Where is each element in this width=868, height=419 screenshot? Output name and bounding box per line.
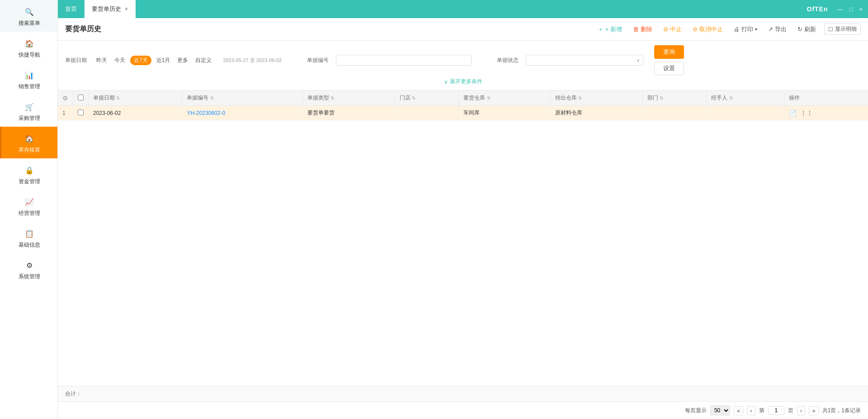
system-icon: ⚙ [24, 260, 35, 271]
sidebar-item-label: 系统管理 [19, 273, 40, 281]
filter-row-1: 单据日期 昨天 今天 近7天 近1月 更多 自定义 2023-05-27 至 2… [65, 45, 861, 75]
select-all-checkbox[interactable] [78, 95, 84, 100]
new-button[interactable]: ＋ + 新增 [595, 24, 625, 35]
refresh-icon: ↻ [797, 26, 802, 33]
col-handler: 经手人 ⇅ [707, 90, 784, 106]
sort-handler-icon[interactable]: ⇅ [729, 95, 733, 100]
tab-home[interactable]: 首页 [58, 0, 85, 18]
row-docno-cell: YH-20230602-0 [182, 106, 302, 120]
last-page-button[interactable]: » [809, 406, 818, 415]
more-action-icon[interactable]: ⋮⋮ [800, 110, 813, 117]
page-size-select[interactable]: 50 [710, 405, 730, 415]
sidebar-item-label: 快捷导航 [19, 51, 40, 59]
doc-no-label: 单据编号 [307, 57, 329, 64]
sidebar-item-purchase[interactable]: 🛒 采购管理 [0, 95, 57, 127]
col-store: 门店 ⇅ [395, 90, 459, 106]
data-table: ⚙ 单据日期 ⇅ 单据编号 ⇅ [58, 90, 868, 120]
page-title: 要货单历史 [65, 24, 101, 34]
window-minimize-button[interactable]: — [837, 6, 843, 13]
total-info: 共1页，1条记录 [822, 407, 861, 414]
col-department: 部门 ⇅ [642, 90, 707, 106]
row-dept-cell [642, 106, 707, 120]
table-header-row: ⚙ 单据日期 ⇅ 单据编号 ⇅ [58, 90, 868, 106]
summary-bar: 合计： [58, 386, 868, 401]
next-page-button[interactable]: › [797, 406, 805, 415]
expand-icon: ∨ [444, 79, 448, 85]
date-shortcut-7days[interactable]: 近7天 [130, 56, 151, 65]
inventory-icon: 🏠 [24, 133, 35, 144]
sidebar-item-label: 销售管理 [19, 83, 40, 90]
window-close-button[interactable]: × [859, 6, 863, 13]
sort-store-icon[interactable]: ⇅ [412, 95, 415, 100]
content-area: 要货单历史 ＋ + 新增 🗑 删除 ⊘ 中止 ⊘ 取消中止 [58, 18, 868, 419]
edit-action-icon[interactable]: 📄 [789, 110, 797, 117]
home-icon: 🏠 [24, 38, 35, 49]
purchase-icon: 🛒 [24, 101, 35, 112]
operation-icon: 📈 [24, 196, 35, 207]
sidebar-item-sales[interactable]: 📊 销售管理 [0, 63, 57, 95]
action-icons: 📄 ⋮⋮ [789, 110, 863, 117]
sales-icon: 📊 [24, 70, 35, 81]
doc-no-input[interactable] [336, 55, 472, 66]
page-number-input[interactable] [768, 406, 784, 415]
sidebar-item-base[interactable]: 📋 基础信息 [0, 222, 57, 253]
status-select-wrapper [526, 55, 643, 66]
date-shortcut-today[interactable]: 今天 [112, 56, 127, 65]
sort-dept-icon[interactable]: ⇅ [660, 95, 663, 100]
tab-active[interactable]: 要货单历史 × [85, 0, 136, 18]
prev-page-button[interactable]: ‹ [747, 406, 755, 415]
date-shortcut-yesterday[interactable]: 昨天 [94, 56, 109, 65]
print-dropdown-icon: ▾ [755, 27, 757, 32]
export-icon: ↗ [768, 26, 773, 33]
topbar-right: OfTEn — □ × [802, 5, 868, 13]
sidebar-item-finance[interactable]: 🔒 资金管理 [0, 158, 57, 190]
row-num-cell: 1 [58, 106, 73, 120]
cancel-stop-button[interactable]: ⊘ 取消中止 [690, 24, 726, 35]
refresh-button[interactable]: ↻ 刷新 [795, 24, 819, 35]
sort-docno-icon[interactable]: ⇅ [210, 95, 214, 100]
date-shortcut-more[interactable]: 更多 [175, 56, 190, 65]
row-checkbox-cell [73, 106, 89, 120]
page-header: 要货单历史 ＋ + 新增 🗑 删除 ⊘ 中止 ⊘ 取消中止 [58, 18, 868, 41]
row-handler-cell [707, 106, 784, 120]
date-shortcut-custom[interactable]: 自定义 [193, 56, 214, 65]
doc-no-link[interactable]: YH-20230602-0 [187, 110, 225, 116]
row-checkbox[interactable] [78, 110, 84, 115]
page-suffix: 页 [788, 407, 793, 414]
sidebar-item-shortcut[interactable]: 🏠 快捷导航 [0, 32, 57, 63]
print-button[interactable]: 🖨 打印 ▾ [731, 24, 760, 35]
setting-button[interactable]: 设置 [654, 62, 684, 75]
show-detail-button[interactable]: ☐ 显示明细 [824, 24, 861, 35]
date-shortcut-1month[interactable]: 近1月 [154, 56, 173, 65]
window-maximize-button[interactable]: □ [849, 6, 853, 13]
delete-button[interactable]: 🗑 删除 [630, 24, 655, 35]
sidebar: 🔍 搜索菜单 🏠 快捷导航 📊 销售管理 🛒 采购管理 🏠 库存核算 🔒 资金管… [0, 0, 58, 419]
sort-date-icon[interactable]: ⇅ [116, 95, 120, 100]
status-label: 单据状态 [497, 57, 519, 64]
sidebar-item-operation[interactable]: 📈 经营管理 [0, 190, 57, 222]
sidebar-item-search[interactable]: 🔍 搜索菜单 [0, 0, 57, 32]
sidebar-item-system[interactable]: ⚙ 系统管理 [0, 253, 57, 285]
filter-bar: 单据日期 昨天 今天 近7天 近1月 更多 自定义 2023-05-27 至 2… [58, 41, 868, 90]
table-row: 1 2023-06-02 YH-20230602-0 要货单要货 车间库 原材料… [58, 106, 868, 120]
sort-reqwh-icon[interactable]: ⇅ [487, 95, 491, 100]
sidebar-item-label: 经营管理 [19, 210, 40, 217]
status-select[interactable] [526, 55, 643, 66]
first-page-button[interactable]: « [734, 406, 743, 415]
query-button[interactable]: 查询 [654, 45, 684, 59]
main-area: 首页 要货单历史 × OfTEn — □ × 要货单历史 ＋ + 新增 🗑 [58, 0, 868, 419]
base-icon: 📋 [24, 228, 35, 239]
expand-more-button[interactable]: ∨ 展开更多条件 [65, 78, 861, 86]
table-settings-icon[interactable]: ⚙ [62, 95, 68, 102]
sort-doctype-icon[interactable]: ⇅ [330, 95, 334, 100]
cancel-stop-icon: ⊘ [693, 26, 698, 33]
sidebar-item-inventory[interactable]: 🏠 库存核算 [0, 127, 57, 158]
close-tab-button[interactable]: × [125, 6, 128, 12]
export-button[interactable]: ↗ 导出 [765, 24, 789, 35]
sidebar-item-label: 采购管理 [19, 114, 40, 122]
sidebar-item-label: 资金管理 [19, 178, 40, 186]
sort-pendwh-icon[interactable]: ⇅ [578, 95, 582, 100]
stop-button[interactable]: ⊘ 中止 [660, 24, 684, 35]
col-doc-no: 单据编号 ⇅ [182, 90, 302, 106]
sidebar-item-label: 库存核算 [19, 146, 40, 154]
